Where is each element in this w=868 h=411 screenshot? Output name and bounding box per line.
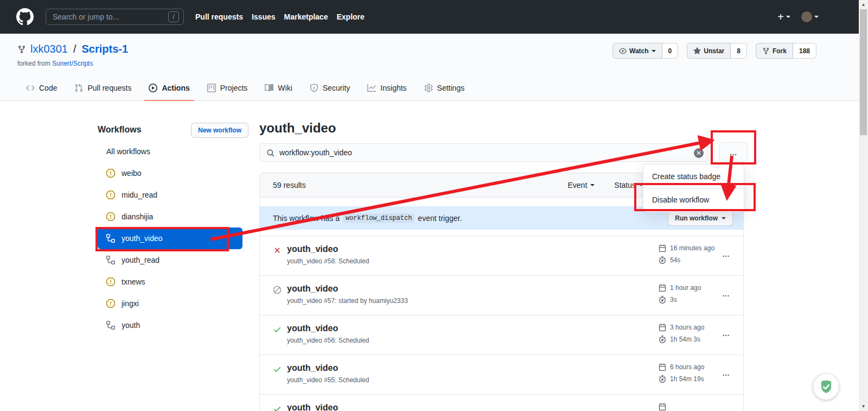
sidebar-item-label: jingxi	[122, 299, 139, 308]
header-search-input[interactable]: Search or jump to... /	[46, 9, 184, 25]
run-options-button[interactable]	[722, 289, 730, 299]
tab-actions[interactable]: Actions	[144, 76, 194, 101]
kebab-icon	[722, 249, 730, 258]
adguard-shield-button[interactable]	[813, 374, 839, 400]
run-title-link[interactable]: youth_video	[287, 363, 369, 373]
tab-pull-requests[interactable]: Pull requests	[70, 76, 136, 101]
tab-security[interactable]: Security	[305, 76, 355, 101]
repo-name-link[interactable]: Scripts-1	[82, 43, 129, 55]
run-title-link[interactable]: youth_video	[287, 403, 338, 411]
scrollbar-thumb[interactable]	[860, 9, 867, 135]
run-row[interactable]: youth_video youth_video #57: started by …	[260, 275, 743, 315]
forked-from-line: forked from Sunert/Scripts	[17, 60, 93, 67]
check-success-icon	[273, 404, 282, 411]
run-options-button[interactable]	[722, 408, 730, 411]
alert-icon	[106, 169, 115, 178]
sidebar-item-dianshijia[interactable]: dianshijia	[98, 206, 242, 227]
kebab-icon	[722, 408, 730, 411]
workflow-icon	[106, 321, 115, 330]
user-menu-button[interactable]	[801, 11, 819, 22]
menu-item-disable-workflow[interactable]: Disable workflow	[643, 191, 744, 209]
run-row[interactable]: youth_video youth_video #58: Scheduled 1…	[260, 236, 743, 275]
watch-count[interactable]: 0	[662, 43, 679, 59]
event-filter-button[interactable]: Event	[567, 181, 595, 189]
workflow-options-button[interactable]	[719, 142, 748, 162]
create-new-button[interactable]: +	[777, 11, 790, 22]
unstar-button[interactable]: Unstar 8	[687, 43, 747, 59]
x-failed-icon	[273, 246, 282, 255]
stopwatch-icon	[659, 375, 666, 383]
tab-settings[interactable]: Settings	[420, 76, 469, 101]
status-filter-button[interactable]: Status	[614, 181, 643, 189]
run-meta	[659, 402, 670, 411]
project-icon	[207, 84, 216, 92]
run-options-button[interactable]	[722, 328, 730, 338]
run-title-link[interactable]: youth_video	[287, 244, 369, 254]
tab-wiki[interactable]: Wiki	[260, 76, 296, 101]
tab-label: Actions	[162, 84, 189, 92]
star-count[interactable]: 8	[731, 43, 747, 59]
stopwatch-icon	[659, 256, 666, 264]
sidebar-item-label: midu_read	[122, 191, 157, 199]
workflow-icon	[106, 234, 115, 243]
eye-icon	[619, 47, 627, 55]
alert-icon	[106, 212, 115, 221]
tab-insights[interactable]: Insights	[363, 76, 411, 101]
watch-button[interactable]: Watch 0	[612, 43, 678, 59]
run-options-button[interactable]	[722, 368, 730, 378]
scroll-up-icon[interactable]: ▲	[859, 0, 868, 9]
alert-icon	[106, 277, 115, 286]
graph-icon	[367, 84, 376, 92]
nav-marketplace[interactable]: Marketplace	[284, 12, 328, 21]
sidebar-item-youth[interactable]: youth	[98, 314, 242, 336]
clear-search-icon[interactable]: ✕	[694, 148, 704, 158]
sidebar-item-txnews[interactable]: txnews	[98, 271, 242, 293]
sidebar-item-jingxi[interactable]: jingxi	[98, 293, 242, 314]
run-options-button[interactable]	[722, 249, 730, 259]
nav-pull-requests[interactable]: Pull requests	[195, 12, 243, 21]
run-meta: 6 hours ago 1h 54m 19s	[659, 362, 704, 386]
tab-code[interactable]: Code	[22, 76, 61, 101]
run-row[interactable]: youth_video youth_video #55: Scheduled 6…	[260, 355, 743, 394]
header-right: +	[777, 11, 819, 22]
sidebar-item-midu-read[interactable]: midu_read	[98, 184, 242, 206]
run-workflow-button[interactable]: Run workflow	[668, 211, 733, 226]
run-duration: 1h 54m 3s	[670, 336, 700, 343]
sidebar-item-youth-video[interactable]: youth_video	[98, 227, 242, 249]
nav-issues[interactable]: Issues	[252, 12, 276, 21]
tab-label: Security	[323, 84, 350, 92]
menu-item-create-status-badge[interactable]: Create status badge	[643, 167, 744, 186]
forked-from-link[interactable]: Sunert/Scripts	[52, 60, 93, 67]
run-time-ago: 16 minutes ago	[670, 244, 714, 252]
fork-count[interactable]: 188	[793, 43, 816, 59]
github-logo-icon[interactable]	[16, 8, 34, 26]
tab-label: Code	[39, 84, 57, 92]
sidebar-item-all-workflows[interactable]: All workflows	[98, 141, 242, 162]
scroll-down-icon[interactable]: ▼	[859, 402, 868, 411]
tab-label: Projects	[220, 84, 248, 92]
run-row[interactable]: youth_video youth_video #56: Scheduled 3…	[260, 315, 743, 355]
kebab-icon	[730, 148, 738, 157]
caret-down-icon	[722, 217, 726, 219]
new-workflow-button[interactable]: New workflow	[191, 123, 248, 138]
scrollbar[interactable]: ▲ ▼	[859, 0, 868, 411]
run-row[interactable]: youth_video	[260, 394, 743, 411]
sidebar-item-youth-read[interactable]: youth_read	[98, 249, 242, 271]
run-title-link[interactable]: youth_video	[287, 324, 369, 333]
unstar-label: Unstar	[704, 47, 724, 55]
repo-owner-link[interactable]: lxk0301	[30, 43, 68, 55]
search-input[interactable]	[260, 144, 707, 161]
workflows-heading: Workflows	[98, 125, 142, 135]
fork-button[interactable]: Fork 188	[756, 43, 816, 59]
run-time-ago: 1 hour ago	[670, 284, 701, 292]
kebab-icon	[722, 328, 730, 338]
results-count: 59 results	[273, 181, 306, 189]
sidebar-item-weibo[interactable]: weibo	[98, 162, 242, 184]
tab-label: Settings	[437, 84, 465, 92]
run-title-link[interactable]: youth_video	[287, 284, 408, 294]
play-circle-icon	[149, 84, 157, 92]
nav-explore[interactable]: Explore	[336, 12, 364, 21]
book-icon	[265, 84, 273, 92]
tab-projects[interactable]: Projects	[203, 76, 252, 101]
alert-icon	[106, 299, 115, 308]
